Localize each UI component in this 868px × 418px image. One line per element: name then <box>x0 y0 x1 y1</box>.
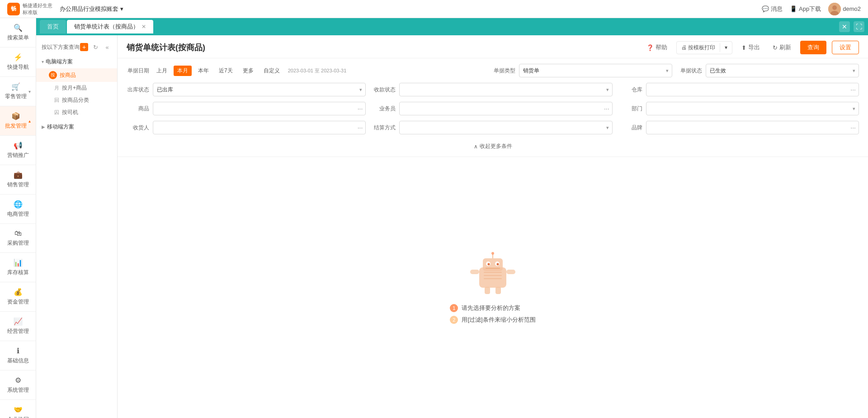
sidebar-item-search-menu[interactable]: 🔍 搜索菜单 <box>0 18 36 48</box>
sidebar-item-label: 销售管理 <box>7 181 29 189</box>
page-header-actions: ❓ 帮助 🖨 按模板打印 ▾ ⬆ <box>643 41 859 54</box>
sidebar-item-purchase[interactable]: 🛍 采购管理 <box>0 224 36 253</box>
ecommerce-icon: 🌐 <box>14 200 23 209</box>
refresh-scheme-btn[interactable]: ↻ <box>91 43 100 52</box>
date-filter-section: 上月 本月 本年 近7天 更多 自定义 2023-03-01 至 2023-03… <box>153 66 486 76</box>
print-btn-group: 🖨 按模板打印 ▾ <box>676 41 732 54</box>
doc-type-label: 单据类型 <box>493 67 515 75</box>
date-tab-custom[interactable]: 自定义 <box>260 66 283 76</box>
content-area: 按以下方案查询 + ↻ « ▾ 电脑端方案 按 按商品 <box>36 35 868 418</box>
refresh-label: 刷新 <box>779 43 791 52</box>
basic-icon: ℹ <box>17 347 19 355</box>
warehouse-dots-btn[interactable]: ··· <box>850 86 856 93</box>
dept-select[interactable] <box>646 102 859 115</box>
print-dropdown-btn[interactable]: ▾ <box>720 42 732 53</box>
svg-point-7 <box>488 263 490 265</box>
left-panel: 按以下方案查询 + ↻ « ▾ 电脑端方案 按 按商品 <box>36 35 118 418</box>
receiver-dots-btn[interactable]: ··· <box>358 124 363 131</box>
date-tab-more[interactable]: 更多 <box>239 66 257 76</box>
sidebar-item-finance[interactable]: 💰 资金管理 <box>0 282 36 312</box>
sidebar-item-retail[interactable]: 🛒 零售管理 ▾ <box>0 77 36 106</box>
page-header: 销货单统计表(按商品) ❓ 帮助 🖨 按模板打印 ▾ <box>118 35 868 58</box>
sidebar-item-inventory[interactable]: 📊 库存核算 <box>0 253 36 282</box>
sidebar-item-basic[interactable]: ℹ 基础信息 <box>0 341 36 370</box>
date-tab-7-days[interactable]: 近7天 <box>215 66 236 76</box>
sidebar-item-quick-nav[interactable]: ⚡ 快捷导航 <box>0 48 36 77</box>
doc-type-select[interactable]: 销货单 <box>519 64 672 77</box>
export-btn[interactable]: ⬆ 导出 <box>738 42 764 53</box>
pc-scheme-group-header[interactable]: ▾ 电脑端方案 <box>36 55 117 68</box>
user-profile[interactable]: demo2 <box>828 3 861 15</box>
sidebar-item-system[interactable]: ⚙ 系统管理 <box>0 370 36 400</box>
sidebar-item-enterprise[interactable]: 🤝 企业协同 <box>0 400 36 418</box>
nav-dropdown[interactable]: 办公用品行业模拟账套 ▾ <box>56 3 127 15</box>
window-close-btn[interactable]: ✕ <box>839 21 850 32</box>
date-tab-this-month[interactable]: 本月 <box>174 66 192 76</box>
brand-label: 品牌 <box>620 124 642 132</box>
brand-input-wrapper[interactable]: ··· <box>646 121 859 134</box>
top-bar: 畅 畅捷通好生意 标准版 办公用品行业模拟账套 ▾ 💬 消息 📱 App下载 <box>0 0 868 18</box>
brand-dots-btn[interactable]: ··· <box>850 124 856 131</box>
warehouse-label: 仓库 <box>620 86 642 94</box>
warehouse-input-wrapper[interactable]: ··· <box>646 83 859 96</box>
date-tab-this-year[interactable]: 本年 <box>194 66 212 76</box>
empty-step-2-text: 用[过滤]条件来缩小分析范围 <box>462 316 535 324</box>
mobile-scheme-group-header[interactable]: ▶ 移动端方案 <box>36 120 117 133</box>
dept-select-wrapper <box>646 102 859 115</box>
scheme-item-by-month-product[interactable]: 月 按月+商品 <box>36 82 117 94</box>
product-filter-item: 商品 ··· <box>127 102 366 115</box>
app-download-btn[interactable]: 📱 App下载 <box>790 5 821 13</box>
doc-status-select[interactable]: 已生效 <box>706 64 859 77</box>
mobile-scheme-group-label: 移动端方案 <box>47 123 74 131</box>
collapse-panel-btn[interactable]: « <box>103 43 112 52</box>
scheme-item-by-category[interactable]: 回 按商品分类 <box>36 94 117 106</box>
receiver-input-wrapper[interactable]: ··· <box>153 121 366 134</box>
main-wrapper: 🔍 搜索菜单 ⚡ 快捷导航 🛒 零售管理 ▾ 📦 批发管理 ▴ 📢 营销推广 <box>0 18 868 418</box>
svg-rect-12 <box>484 278 502 279</box>
sidebar-item-wholesale[interactable]: 📦 批发管理 ▴ <box>0 106 36 136</box>
outbound-select[interactable]: 已出库 <box>153 83 366 96</box>
product-dots-btn[interactable]: ··· <box>358 105 363 112</box>
scheme-item-by-category-label: 按商品分类 <box>62 96 89 104</box>
help-label: 帮助 <box>656 43 667 52</box>
svg-rect-9 <box>486 268 500 269</box>
print-template-btn[interactable]: 🖨 按模板打印 <box>677 42 720 54</box>
sidebar-item-ecommerce[interactable]: 🌐 电商管理 <box>0 195 36 224</box>
tab-sales-stat[interactable]: 销货单统计表（按商品） ✕ <box>67 20 153 33</box>
scheme-item-by-product[interactable]: 按 按商品 <box>36 68 117 82</box>
add-scheme-btn[interactable]: + <box>80 43 88 51</box>
help-icon: ❓ <box>646 44 654 51</box>
settlement-select[interactable] <box>399 121 612 134</box>
receipt-status-select-wrapper <box>399 83 612 96</box>
empty-illustration <box>466 252 520 297</box>
product-input-wrapper[interactable]: ··· <box>153 102 366 115</box>
message-btn[interactable]: 💬 消息 <box>762 5 783 13</box>
top-bar-right: 💬 消息 📱 App下载 demo2 <box>762 3 861 15</box>
help-btn[interactable]: ❓ 帮助 <box>643 42 671 53</box>
window-maximize-btn[interactable]: ⛶ <box>854 21 864 32</box>
sidebar-item-label: 采购管理 <box>7 239 29 247</box>
wholesale-icon: 📦 <box>11 112 20 120</box>
refresh-btn[interactable]: ↻ 刷新 <box>769 42 795 53</box>
scheme-item-by-cashier[interactable]: 囚 按司机 <box>36 106 117 119</box>
salesman-input-wrapper[interactable]: ··· <box>399 102 612 115</box>
system-icon: ⚙ <box>15 376 21 385</box>
sidebar-item-operations[interactable]: 📈 经营管理 <box>0 312 36 341</box>
tab-home[interactable]: 首页 <box>40 20 66 33</box>
receipt-status-select[interactable] <box>399 83 612 96</box>
salesman-filter-item: 业务员 ··· <box>373 102 612 115</box>
scheme-item-by-product-icon: 按 <box>49 71 57 79</box>
empty-step-1-text: 请先选择要分析的方案 <box>462 304 520 312</box>
logo-area: 畅 畅捷通好生意 标准版 <box>7 2 52 15</box>
doc-status-filter-item: 单据状态 已生效 <box>679 64 859 77</box>
sidebar-item-sales[interactable]: 💼 销售管理 <box>0 165 36 195</box>
date-tab-last-month[interactable]: 上月 <box>153 66 171 76</box>
tab-close-btn[interactable]: ✕ <box>142 24 146 30</box>
collapse-row[interactable]: ∧ 收起更多条件 <box>127 140 859 151</box>
query-btn[interactable]: 查询 <box>800 41 826 54</box>
settings-btn[interactable]: 设置 <box>832 41 859 54</box>
finance-icon: 💰 <box>14 288 23 296</box>
sidebar-item-marketing[interactable]: 📢 营销推广 <box>0 136 36 165</box>
salesman-dots-btn[interactable]: ··· <box>604 105 609 112</box>
scheme-item-by-cashier-label: 按司机 <box>62 109 78 116</box>
